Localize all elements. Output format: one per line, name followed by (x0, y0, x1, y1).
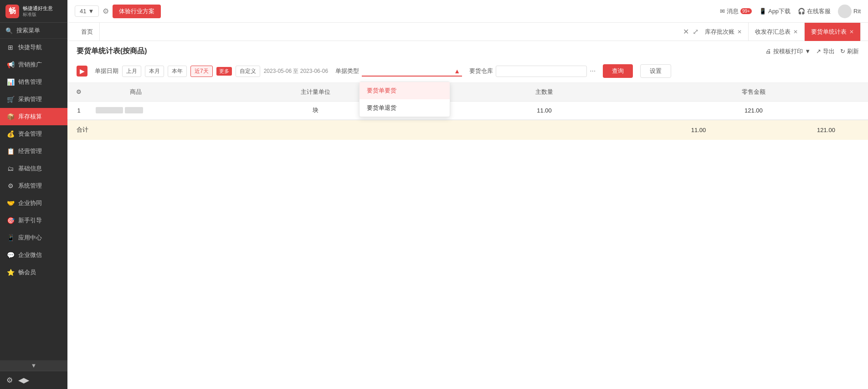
export-label: 导出 (823, 47, 835, 56)
collapse-icon[interactable]: ◀▶ (18, 376, 29, 384)
sidebar-item-label: 快捷导航 (18, 43, 42, 51)
inventory-icon: 📦 (6, 113, 15, 120)
tab-3[interactable]: 要货单统计表✕ (805, 23, 861, 41)
filter-area: ▶ 单据日期 上月 本月 本年 近7天 更多 自定义 2023-05-06 至 … (67, 60, 868, 83)
topbar-right: ✉ 消息 99+ 📱 App下载 🎧 在线客服 Rit (720, 5, 861, 18)
search-icon: 🔍 (5, 27, 13, 34)
finance-icon: 💰 (6, 130, 15, 138)
col-quantity: 主数量 (449, 83, 639, 101)
tab-close-1[interactable]: ✕ (737, 29, 742, 35)
app-icon: 📱 (759, 8, 766, 15)
sidebar-item-appcenter[interactable]: 📱应用中心 (0, 229, 67, 246)
type-filter-label: 单据类型 (335, 67, 359, 75)
refresh-button[interactable]: ↻ 刷新 (840, 47, 859, 56)
app-label: App下载 (768, 7, 791, 15)
sidebar-scroll-down[interactable]: ▼ (0, 360, 67, 371)
store-dropdown-icon: ▼ (88, 8, 94, 15)
date-btn-recent7[interactable]: 近7天 (190, 66, 213, 77)
dropdown-item[interactable]: 要货单退货 (360, 99, 450, 117)
tabs-expand-icon[interactable]: ⤢ (693, 27, 699, 36)
tab-close-2[interactable]: ✕ (793, 29, 798, 35)
date-filter-group: 单据日期 上月 本月 本年 近7天 更多 自定义 2023-05-06 至 20… (95, 66, 328, 77)
sidebar-item-quick-nav[interactable]: ⊞快捷导航 (0, 39, 67, 56)
sidebar-search[interactable]: 🔍 搜索菜单 (0, 23, 67, 39)
export-icon: ↗ (816, 48, 821, 55)
messages-action[interactable]: ✉ 消息 99+ (720, 7, 752, 15)
date-btn-custom[interactable]: 自定义 (236, 66, 260, 77)
table-row: 1 块 11.00 121.00 (67, 101, 868, 119)
row-quantity: 11.00 (449, 101, 639, 119)
dropdown-item[interactable]: 要货单要货 (360, 82, 450, 99)
purchase-icon: 🛒 (6, 96, 15, 103)
cooperation-icon: 🤝 (6, 200, 15, 207)
sidebar-item-purchase[interactable]: 🛒采购管理 (0, 91, 67, 108)
page-actions: 🖨 按模板打印 ▼ ↗ 导出 ↻ 刷新 (765, 47, 859, 56)
sidebar-item-member[interactable]: ⭐畅会员 (0, 264, 67, 281)
search-label: 搜索菜单 (16, 26, 40, 35)
export-button[interactable]: ↗ 导出 (816, 47, 835, 56)
date-more-tag[interactable]: 更多 (216, 67, 232, 76)
sidebar-item-guide[interactable]: 🎯新手引导 (0, 212, 67, 229)
sidebar-footer: ⚙ ◀▶ (0, 371, 67, 389)
sidebar-item-wechat[interactable]: 💬企业微信 (0, 246, 67, 264)
filter-toggle-button[interactable]: ▶ (77, 66, 87, 77)
row-product (90, 101, 181, 119)
sidebar-item-finance[interactable]: 💰资金管理 (0, 125, 67, 143)
refresh-icon: ↻ (840, 48, 845, 55)
sidebar-item-base[interactable]: 🗂基础信息 (0, 160, 67, 177)
member-icon: ⭐ (6, 269, 15, 276)
set-button[interactable]: 设置 (640, 64, 671, 78)
date-btn-prev-month[interactable]: 上月 (122, 66, 141, 77)
app-download-action[interactable]: 📱 App下载 (759, 7, 791, 15)
type-dropdown: 要货单要货要货单退货 (359, 82, 450, 117)
guide-icon: 🎯 (6, 217, 15, 224)
sidebar-item-label: 新手引导 (18, 216, 42, 225)
date-filter-label: 单据日期 (95, 67, 118, 75)
quick-nav-icon: ⊞ (6, 44, 15, 51)
topbar-settings-icon[interactable]: ⚙ (103, 7, 109, 15)
date-btn-this-month[interactable]: 本月 (145, 66, 164, 77)
user-avatar[interactable]: Rit (838, 5, 861, 18)
sidebar-header: 畅 畅捷通好生意 标准版 (0, 0, 67, 23)
messages-icon: ✉ (720, 8, 725, 15)
warehouse-more-icon[interactable]: ··· (590, 67, 596, 75)
date-btn-this-year[interactable]: 本年 (168, 66, 187, 77)
row-amount: 121.00 (639, 101, 868, 119)
sidebar-item-label: 库存核算 (18, 113, 42, 121)
sidebar-item-sales[interactable]: 📊销售管理 (0, 73, 67, 91)
print-button[interactable]: 🖨 按模板打印 ▼ (765, 47, 811, 56)
sidebar-item-inventory[interactable]: 📦库存核算 (0, 108, 67, 125)
sales-icon: 📊 (6, 78, 15, 86)
marketing-icon: 📢 (6, 61, 15, 68)
tab-0[interactable]: 首页 (75, 23, 100, 41)
query-button[interactable]: 查询 (603, 64, 633, 78)
settings-icon[interactable]: ⚙ (6, 376, 13, 384)
page-title: 要货单统计表(按商品) (77, 46, 147, 56)
tab-label-1: 库存批次账 (705, 28, 734, 36)
type-filter-input[interactable] (362, 66, 462, 77)
sidebar-item-system[interactable]: ⚙系统管理 (0, 177, 67, 194)
col-settings[interactable]: ⚙ (67, 83, 90, 101)
sidebar-item-label: 系统管理 (18, 182, 42, 190)
tab-2[interactable]: 收发存汇总表✕ (749, 23, 805, 41)
store-selector[interactable]: 41 ▼ (75, 5, 99, 17)
type-filter-input-wrap: ▲ (362, 66, 462, 77)
table-header-row: ⚙ 商品 主计量单位 主数量 零售金额 (67, 83, 868, 101)
type-filter-group: 单据类型 ▲ (335, 66, 462, 77)
online-service-action[interactable]: 🎧 在线客服 (798, 7, 831, 15)
type-filter-chevron-icon[interactable]: ▲ (454, 67, 460, 75)
topbar-left: 41 ▼ ⚙ 体验行业方案 (75, 5, 161, 18)
warehouse-filter-input[interactable] (496, 66, 587, 77)
print-label: 按模板打印 (773, 47, 803, 56)
industry-button[interactable]: 体验行业方案 (113, 5, 161, 18)
sidebar-item-label: 企业协同 (18, 199, 42, 207)
tabs-close-all-icon[interactable]: ✕ (683, 27, 689, 36)
sidebar-item-marketing[interactable]: 📢营销推广 (0, 56, 67, 73)
data-table: ⚙ 商品 主计量单位 主数量 零售金额 1 (67, 83, 868, 120)
sidebar-item-cooperation[interactable]: 🤝企业协同 (0, 194, 67, 212)
tab-close-3[interactable]: ✕ (849, 29, 854, 35)
sidebar-item-operations[interactable]: 📋经营管理 (0, 143, 67, 160)
table-footer: 合计 11.00 121.00 (67, 120, 868, 140)
tab-1[interactable]: 库存批次账✕ (699, 23, 749, 41)
system-icon: ⚙ (6, 182, 15, 189)
